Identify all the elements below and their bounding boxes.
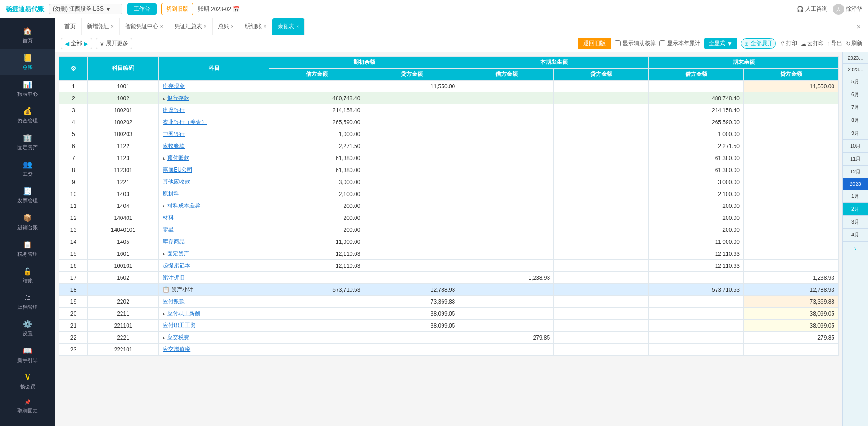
cell-name[interactable]: 累计折旧 [159, 272, 269, 284]
close-icon[interactable]: × [231, 24, 234, 29]
sidebar-item-archive[interactable]: 🗂 归档管理 [0, 289, 55, 315]
sidebar-item-tax[interactable]: 📋 税务管理 [0, 236, 55, 262]
right-panel-item-12[interactable]: 12月 [843, 166, 868, 178]
close-icon[interactable]: × [160, 24, 163, 29]
full-mode-button[interactable]: 全显式 ▼ [704, 38, 737, 49]
subject-link[interactable]: 库存现金 [163, 83, 185, 89]
cell-name[interactable]: 建设银行 [159, 104, 269, 116]
tab-voucher-summary[interactable]: 凭证汇总表 × [169, 18, 213, 35]
subject-link[interactable]: 建设银行 [163, 107, 185, 113]
tab-balance-sheet[interactable]: 余额表 × [272, 18, 305, 35]
export-button[interactable]: ↑ 导出 [827, 40, 842, 47]
cell-name[interactable]: 应交增值税 [159, 344, 269, 356]
cell-name[interactable]: ▴ 预付账款 [159, 152, 269, 164]
user-profile[interactable]: 人 徐泽华 [833, 4, 862, 15]
calendar-icon[interactable]: 📅 [233, 6, 240, 12]
tab-smart-voucher[interactable]: 智能凭证中心 × [120, 18, 169, 35]
expand-all-toggle[interactable]: ⊞ 全部展开 [741, 38, 776, 49]
cell-name[interactable]: 原材料 [159, 188, 269, 200]
expand-row-icon[interactable]: ▴ [163, 203, 166, 208]
sidebar-item-ledger[interactable]: 📒 总账 [0, 49, 55, 75]
unpin-button[interactable]: 📌 取消固定 [0, 395, 55, 419]
close-icon[interactable]: × [263, 24, 266, 29]
cell-name[interactable]: 其他应收款 [159, 176, 269, 188]
filter-all-selector[interactable]: ◀ 全部 ▶ [61, 38, 92, 49]
sidebar-item-invoice[interactable]: 🧾 发票管理 [0, 182, 55, 209]
show-ytd-check[interactable]: 显示本年累计 [659, 40, 700, 47]
sidebar-item-purchase[interactable]: 📦 进销台账 [0, 209, 55, 236]
cell-name[interactable]: ▴ 应交税费 [159, 332, 269, 344]
sidebar-item-assets[interactable]: 🏢 固定资产 [0, 129, 55, 155]
cell-name[interactable]: 应付职工工资 [159, 320, 269, 332]
subject-link[interactable]: 库存商品 [163, 238, 185, 245]
expand-row-icon[interactable]: ▴ [163, 251, 166, 256]
subject-link[interactable]: 嘉属EU公司 [163, 167, 192, 173]
sidebar-item-member[interactable]: V 畅会员 [0, 368, 55, 395]
return-old-button[interactable]: 退回旧版 [578, 38, 611, 49]
subject-link[interactable]: 应付职工工资 [163, 322, 196, 328]
tab-home[interactable]: 首页 [59, 18, 82, 35]
cell-name[interactable]: 农业银行（美金） [159, 116, 269, 128]
subject-link[interactable]: 农业银行（美金） [163, 119, 207, 125]
right-panel-close-btn[interactable]: › [843, 242, 868, 255]
cell-name[interactable]: ▴ 固定资产 [159, 248, 269, 260]
sidebar-item-guide[interactable]: 📖 新手引导 [0, 342, 55, 368]
close-icon[interactable]: × [296, 24, 299, 29]
right-panel-item-mar[interactable]: 3月 [843, 216, 868, 229]
cell-name[interactable]: 库存现金 [159, 81, 269, 92]
tab-detail-ledger[interactable]: 明细账 × [239, 18, 272, 35]
cell-name[interactable]: 材料 [159, 212, 269, 224]
settings-gear-header[interactable]: ⚙ [59, 57, 88, 81]
expand-more-button[interactable]: ∨ 展开更多 [96, 38, 132, 49]
subject-link[interactable]: 起提累记本 [163, 262, 190, 269]
cell-name[interactable]: 零星 [159, 224, 269, 236]
subject-link[interactable]: 其他应收款 [163, 178, 190, 185]
close-all-tabs-button[interactable]: × [853, 23, 864, 30]
subject-link[interactable]: 零星 [163, 226, 174, 233]
cell-name[interactable]: 起提累记本 [159, 260, 269, 272]
right-panel-item-11[interactable]: 11月 [843, 153, 868, 166]
sidebar-item-closing[interactable]: 🔒 结账 [0, 262, 55, 289]
service-button[interactable]: 🎧 人工咨询 [797, 5, 827, 13]
tab-voucher-new[interactable]: 新增凭证 × [82, 18, 120, 35]
refresh-button[interactable]: ↻ 刷新 [846, 40, 862, 47]
cloud-print-button[interactable]: ☁ 云打印 [801, 40, 824, 47]
company-selector[interactable]: (勿删) 江西股圣-LSS ▼ [49, 4, 122, 14]
close-icon[interactable]: × [111, 24, 114, 29]
expand-row-icon[interactable]: ▴ [163, 311, 166, 316]
cell-name[interactable]: 应收账款 [159, 140, 269, 152]
subject-link[interactable]: 材料成本差异 [167, 202, 200, 209]
subject-link[interactable]: 原材料 [163, 190, 179, 197]
right-panel-item-feb[interactable]: 2月 [843, 203, 868, 216]
subject-link[interactable]: 预付账款 [167, 155, 189, 161]
subsidiary-checkbox[interactable] [615, 40, 621, 46]
cell-name[interactable]: 中国银行 [159, 128, 269, 140]
expand-row-icon[interactable]: ▴ [163, 96, 166, 101]
subject-link[interactable]: 应交增值税 [163, 346, 190, 352]
subject-link[interactable]: 银行存款 [167, 95, 189, 101]
right-panel-item-jan[interactable]: 1月 [843, 190, 868, 203]
switch-version-button[interactable]: 切到旧版 [161, 3, 193, 15]
right-panel-item-7[interactable]: 7月 [843, 101, 868, 114]
sidebar-item-settings[interactable]: ⚙️ 设置 [0, 315, 55, 342]
right-panel-item[interactable]: 2023... [843, 64, 868, 75]
cell-name[interactable]: ▴ 银行存款 [159, 92, 269, 104]
right-panel-item-8[interactable]: 8月 [843, 114, 868, 127]
print-button[interactable]: 🖨 打印 [780, 40, 797, 47]
cell-name[interactable]: 库存商品 [159, 236, 269, 248]
sidebar-item-home[interactable]: 🏠 首页 [0, 22, 55, 49]
show-subsidiary-check[interactable]: 显示辅助核算 [615, 40, 656, 47]
subject-link[interactable]: 固定资产 [167, 250, 189, 257]
right-panel-item-2023[interactable]: 2023 [843, 178, 868, 190]
subject-link[interactable]: 应收账款 [163, 143, 185, 149]
sidebar-item-funds[interactable]: 💰 资金管理 [0, 102, 55, 129]
subject-link[interactable]: 应付账款 [163, 298, 185, 305]
expand-row-icon[interactable]: ▴ [163, 335, 166, 340]
subject-link[interactable]: 材料 [163, 214, 174, 221]
cell-name[interactable]: ▴ 应付职工薪酬 [159, 308, 269, 320]
right-panel-item-9[interactable]: 9月 [843, 127, 868, 140]
expand-row-icon[interactable]: ▴ [163, 155, 166, 161]
cell-name[interactable]: 嘉属EU公司 [159, 164, 269, 176]
tab-general-ledger[interactable]: 总账 × [213, 18, 240, 35]
cell-name[interactable]: 应付账款 [159, 296, 269, 308]
